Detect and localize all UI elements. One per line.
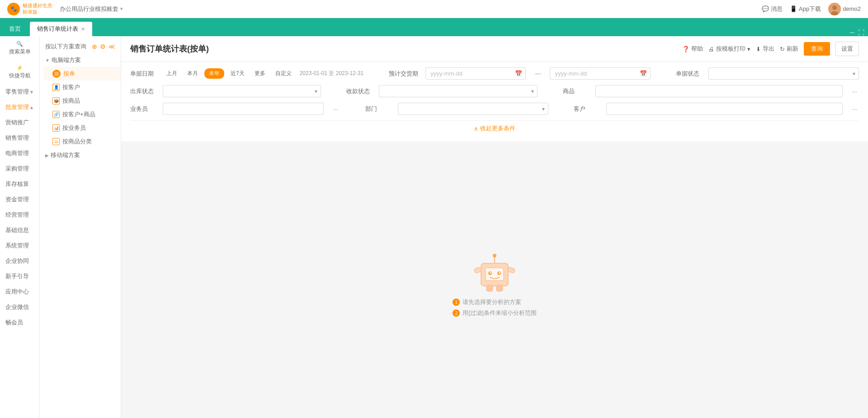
empty-state: 1 请先选择要分析的方案 2 用[过滤]条件来缩小分析范围 [453, 243, 536, 317]
refresh-icon: ↻ [780, 46, 785, 52]
message-btn[interactable]: 💬 消息 [762, 5, 783, 13]
add-scheme-icon[interactable]: ⊕ [92, 43, 97, 50]
sidebar-item-ecommerce[interactable]: 电商管理 [0, 146, 39, 161]
sidebar-search[interactable]: 🔍 搜索菜单 [0, 36, 39, 60]
customer-more-icon[interactable]: ··· [850, 105, 859, 113]
svg-point-8 [499, 272, 500, 274]
salesperson-label: 业务员 [130, 105, 156, 113]
sidebar-item-wholesale[interactable]: 批发管理 [0, 100, 39, 115]
tree-sub-pc: 按 按单 👤 按客户 📦 按商品 🔗 按客户+商品 📊 按业务员 [40, 67, 121, 148]
hint-num-1: 1 [453, 299, 460, 306]
tab-maximize-btn[interactable]: ⛶ [858, 29, 864, 36]
filter-panel: 单据日期 上月 本月 本年 近7天 更多 自定义 2023-01-01 至 20… [121, 62, 868, 142]
svg-point-7 [490, 272, 491, 274]
collapse-scheme-icon[interactable]: ≪ [108, 43, 115, 50]
tree-pc-section[interactable]: ▼ 电脑端方案 [40, 53, 121, 67]
left-panel-title: 按以下方案查询 [45, 43, 86, 51]
date-btn-this-month[interactable]: 本月 [184, 68, 202, 79]
full-content: 按以下方案查询 ⊕ ⚙ ≪ ▼ 电脑端方案 按 按单 👤 按客户 [40, 36, 868, 418]
tree-mobile-section[interactable]: ▶ 移动端方案 [40, 148, 121, 162]
logo-area: 🐾 畅捷通好生意 标准版 [7, 3, 52, 15]
empty-hint-1: 1 请先选择要分析的方案 [453, 298, 536, 306]
export-btn[interactable]: ⬇ 导出 [756, 45, 774, 53]
logo-text: 畅捷通好生意 标准版 [23, 3, 52, 14]
inner-content: 销售订单统计表(按单) ❓ 帮助 🖨 按模板打印 ▾ ⬇ 导出 [121, 36, 868, 418]
sidebar-item-sales[interactable]: 销售管理 [0, 130, 39, 146]
svg-point-1 [832, 5, 837, 10]
sidebar-item-newbie[interactable]: 新手引导 [0, 269, 39, 284]
tab-order-stats[interactable]: 销售订单统计表 ✕ [30, 22, 92, 36]
sidebar-item-system[interactable]: 系统管理 [0, 238, 39, 253]
help-icon: ❓ [682, 46, 689, 52]
sidebar-item-basic[interactable]: 基础信息 [0, 223, 39, 238]
search-icon: 🔍 [16, 41, 23, 47]
empty-hint-2: 2 用[过滤]条件来缩小分析范围 [453, 309, 536, 317]
tab-minimize-btn[interactable]: ─ [850, 29, 854, 36]
forecast-date-start[interactable] [425, 67, 526, 80]
date-btn-this-year[interactable]: 本年 [204, 68, 224, 79]
tree-item-icon-by-goods: 📦 [52, 97, 60, 104]
empty-illustration [467, 243, 522, 293]
message-icon: 💬 [762, 5, 769, 12]
tree-expand-icon: ▼ [45, 58, 50, 63]
breadcrumb-arrow-icon: ▾ [120, 6, 123, 12]
settings-scheme-icon[interactable]: ⚙ [100, 43, 106, 50]
salesperson-more-icon[interactable]: ··· [331, 105, 340, 113]
refresh-btn[interactable]: ↻ 刷新 [780, 45, 798, 53]
help-btn[interactable]: ❓ 帮助 [682, 45, 703, 53]
salesperson-input[interactable] [163, 103, 324, 115]
customer-input[interactable] [606, 103, 843, 115]
svg-point-10 [493, 254, 496, 257]
receipt-status-select[interactable] [379, 85, 537, 97]
sidebar-item-member[interactable]: 畅会员 [0, 315, 39, 330]
collapse-filter-btn[interactable]: ∧ 收起更多条件 [130, 120, 859, 136]
sidebar-item-wechat[interactable]: 企业微信 [0, 299, 39, 315]
sidebar-item-operations[interactable]: 经营管理 [0, 207, 39, 223]
ship-status-select[interactable] [163, 85, 321, 97]
date-btn-custom[interactable]: 自定义 [272, 68, 295, 79]
dept-select[interactable] [398, 103, 549, 115]
date-range-display: 2023-01-01 至 2023-12-31 [300, 70, 363, 77]
bill-status-select-wrap [708, 67, 859, 80]
date-btn-last7[interactable]: 近7天 [227, 68, 248, 79]
settings-btn[interactable]: 设置 [835, 42, 859, 56]
top-bar-right: 💬 消息 📱 App下载 demo2 [762, 3, 861, 15]
date-btn-last-month[interactable]: 上月 [163, 68, 181, 79]
tab-home[interactable]: 首页 [2, 22, 28, 36]
date-separator: — [533, 70, 542, 77]
sidebar-item-retail[interactable]: 零售管理 [0, 84, 39, 100]
goods-input[interactable] [595, 85, 843, 97]
sidebar-item-purchase[interactable]: 采购管理 [0, 161, 39, 176]
user-area[interactable]: demo2 [828, 3, 861, 15]
tree-item-by-customer[interactable]: 👤 按客户 [43, 81, 121, 94]
filter-row-1: 单据日期 上月 本月 本年 近7天 更多 自定义 2023-01-01 至 20… [130, 67, 859, 80]
sidebar-item-finance[interactable]: 资金管理 [0, 192, 39, 207]
tree-item-icon-goods-cat: 🗂 [52, 138, 60, 145]
print-dropdown-icon: ▾ [747, 46, 750, 52]
filter-row-3: 业务员 ··· 部门 客户 ··· [130, 103, 859, 115]
goods-more-icon[interactable]: ··· [850, 88, 859, 95]
tab-close-icon[interactable]: ✕ [81, 26, 85, 32]
date-btn-more[interactable]: 更多 [251, 68, 269, 79]
app-download-btn[interactable]: 📱 App下载 [790, 5, 821, 13]
bill-status-select[interactable] [708, 67, 859, 80]
tree-item-by-goods-cat[interactable]: 🗂 按商品分类 [43, 135, 121, 148]
sidebar-item-marketing[interactable]: 营销推广 [0, 115, 39, 130]
tree-item-by-order[interactable]: 按 按单 [43, 67, 121, 81]
sidebar-item-apps[interactable]: 应用中心 [0, 284, 39, 299]
page-title: 销售订单统计表(按单) [130, 43, 209, 60]
page-header: 销售订单统计表(按单) ❓ 帮助 🖨 按模板打印 ▾ ⬇ 导出 [121, 36, 868, 62]
query-btn[interactable]: 查询 [804, 42, 830, 56]
tree-item-by-salesperson[interactable]: 📊 按业务员 [43, 121, 121, 135]
sidebar-quick-nav[interactable]: ⚡ 快捷导航 [0, 60, 39, 84]
sidebar-item-inventory[interactable]: 库存核算 [0, 176, 39, 192]
quick-nav-icon: ⚡ [16, 65, 23, 71]
print-template-btn[interactable]: 🖨 按模板打印 ▾ [708, 45, 750, 53]
tree-item-by-goods[interactable]: 📦 按商品 [43, 94, 121, 108]
sidebar-item-corp[interactable]: 企业协同 [0, 253, 39, 269]
svg-rect-13 [486, 285, 493, 291]
tree-item-by-cust-goods[interactable]: 🔗 按客户+商品 [43, 108, 121, 121]
forecast-date-end[interactable] [550, 67, 650, 80]
forecast-date-start-wrap: 📅 [425, 67, 526, 80]
filter-row-2: 出库状态 收款状态 商品 ··· [130, 85, 859, 97]
